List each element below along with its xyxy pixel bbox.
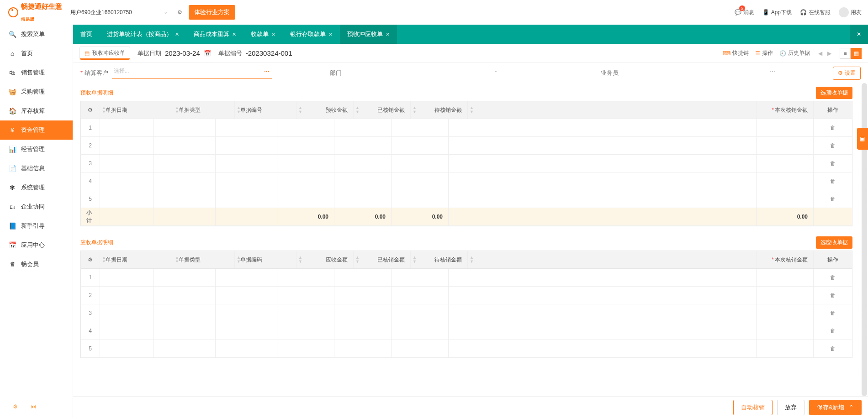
table-row[interactable]: 3🗑 [81,304,852,322]
sidebar-item-vip[interactable]: ♛畅会员 [0,255,73,274]
service-link[interactable]: 🎧 在线客服 [800,9,831,16]
table-row[interactable]: 4🗑 [81,172,852,190]
settings-icon[interactable]: ⚙ [13,403,18,410]
th-written[interactable]: ▲▼已核销金额 [354,251,411,268]
trash-icon[interactable]: 🗑 [830,142,836,149]
trash-icon[interactable]: 🗑 [830,160,836,167]
th-date[interactable]: ▲▼单据日期 [100,251,173,268]
trial-button[interactable]: 体验行业方案 [189,5,235,20]
trash-icon[interactable]: 🗑 [830,274,836,281]
bill-date-value[interactable]: 2023-03-24 [165,49,200,57]
more-icon: … [264,67,270,73]
menu-label: 采购管理 [21,88,45,96]
table-row[interactable]: 1🗑 [81,269,852,287]
trash-icon[interactable]: 🗑 [830,292,836,298]
table-row[interactable]: 5🗑 [81,340,852,358]
trash-icon[interactable]: 🗑 [830,196,836,202]
trash-icon[interactable]: 🗑 [830,328,836,334]
close-all-tabs[interactable]: ✕ [850,25,868,44]
close-icon[interactable]: ✕ [232,31,236,37]
tab-5[interactable]: 预收冲应收单✕ [340,25,397,44]
pick-prepay-button[interactable]: 选预收单据 [816,87,852,99]
th-pending[interactable]: ▲▼待核销金额 [411,251,468,268]
sidebar-item-search[interactable]: 🔍搜索菜单 [0,25,73,44]
tab-0[interactable]: 首页 [73,25,100,44]
view-detail-icon[interactable]: ▦ [851,48,862,59]
sidebar-item-apps[interactable]: 📅应用中心 [0,235,73,255]
pick-receivable-button[interactable]: 选应收单据 [816,236,852,249]
sidebar-item-operation[interactable]: 📊经营管理 [0,140,73,159]
document-icon: ▤ [85,50,90,57]
close-icon[interactable]: ✕ [271,31,275,37]
agent-select[interactable]: … [622,67,778,79]
th-thistime-label: 本次核销金额 [772,106,808,114]
th-gear[interactable]: ⚙ [81,251,100,268]
table-row[interactable]: 4🗑 [81,322,852,340]
th-date[interactable]: ▲▼单据日期 [100,101,173,119]
th-thistime[interactable]: 本次核销金额 [757,101,814,119]
user-menu[interactable]: 用友 [839,7,862,17]
tab-1[interactable]: 进货单统计表（按商品）✕ [100,25,186,44]
menu-label: 首页 [21,49,33,57]
collapse-icon[interactable]: ⏮ [31,403,36,410]
trash-icon[interactable]: 🗑 [830,125,836,131]
menu-icon: 🧺 [8,88,16,96]
gear-icon[interactable]: ⚙ [177,9,182,16]
logo: 畅捷通好生意 精易版 [8,3,62,22]
shortcut-link[interactable]: ⌨快捷键 [723,49,749,57]
sidebar-item-system[interactable]: ✾系统管理 [0,178,73,197]
sidebar-item-collab[interactable]: 🗂企业协同 [0,197,73,216]
close-icon[interactable]: ✕ [386,31,390,37]
tab-3[interactable]: 收款单✕ [243,25,283,44]
table-row[interactable]: 2🗑 [81,137,852,155]
th-num[interactable]: ▲▼单据编码 [235,251,296,268]
auto-writeoff-button[interactable]: 自动核销 [733,400,773,415]
tab-label: 商品成本重算 [194,30,229,38]
row-index: 2 [81,287,100,304]
trash-icon[interactable]: 🗑 [830,310,836,316]
trash-icon[interactable]: 🗑 [830,178,836,184]
trash-icon[interactable]: 🗑 [830,345,836,352]
table-row[interactable]: 5🗑 [81,190,852,208]
th-thistime[interactable]: 本次核销金额 [757,251,814,268]
tab-4[interactable]: 银行存取款单✕ [283,25,340,44]
th-preamount[interactable]: ▲▼预收金额 [296,101,354,119]
side-drawer-toggle[interactable]: ▣ [857,128,868,150]
calendar-icon[interactable]: 📅 [204,50,211,57]
sidebar-item-home[interactable]: ⌂首页 [0,44,73,63]
tab-2[interactable]: 商品成本重算✕ [186,25,243,44]
save-new-button[interactable]: 保存&新增 ⌃ [809,400,862,415]
app-download-link[interactable]: 📱 App下载 [762,9,792,16]
th-pending[interactable]: ▲▼待核销金额 [411,101,468,119]
settings-button[interactable]: ⚙ 设置 [833,67,861,80]
sidebar-item-guide[interactable]: 📘新手引导 [0,216,73,235]
dept-select[interactable]: ⌄ [345,67,501,79]
sidebar-item-inventory[interactable]: 🏠库存核算 [0,101,73,120]
customer-select[interactable]: 选择... … [112,67,272,79]
sidebar-item-purchase[interactable]: 🧺采购管理 [0,82,73,101]
th-type[interactable]: ▲▼单据类型 [173,101,235,119]
th-gear[interactable]: ⚙ [81,101,100,119]
sidebar-item-funds[interactable]: ¥资金管理 [0,120,73,140]
sidebar-item-sales[interactable]: 🛍销售管理 [0,63,73,82]
discard-button[interactable]: 放弃 [777,400,804,415]
prev-icon[interactable]: ◀ [816,50,824,57]
subtotal-label: 小计 [81,208,100,225]
messages-link[interactable]: 💬 消息 [735,9,754,16]
th-recvamount[interactable]: ▲▼应收金额 [296,251,354,268]
table-row[interactable]: 2🗑 [81,287,852,304]
close-icon[interactable]: ✕ [328,31,333,37]
page-crumb: ▤ 预收冲应收单 [79,47,130,60]
next-icon[interactable]: ▶ [826,50,833,57]
sidebar-item-basic[interactable]: 📄基础信息 [0,159,73,178]
table-row[interactable]: 3🗑 [81,155,852,172]
close-icon[interactable]: ✕ [175,31,179,37]
history-link[interactable]: 🕘历史单据 [779,49,810,57]
th-type[interactable]: ▲▼单据类型 [173,251,235,268]
th-num[interactable]: ▲▼单据编号 [235,101,296,119]
operate-link[interactable]: ☰操作 [755,49,773,57]
th-written[interactable]: ▲▼已核销金额 [354,101,411,119]
enterprise-select[interactable]: 用户690企业1660120750 ⌄ [70,9,171,16]
view-list-icon[interactable]: ≡ [840,48,851,59]
table-row[interactable]: 1🗑 [81,119,852,137]
